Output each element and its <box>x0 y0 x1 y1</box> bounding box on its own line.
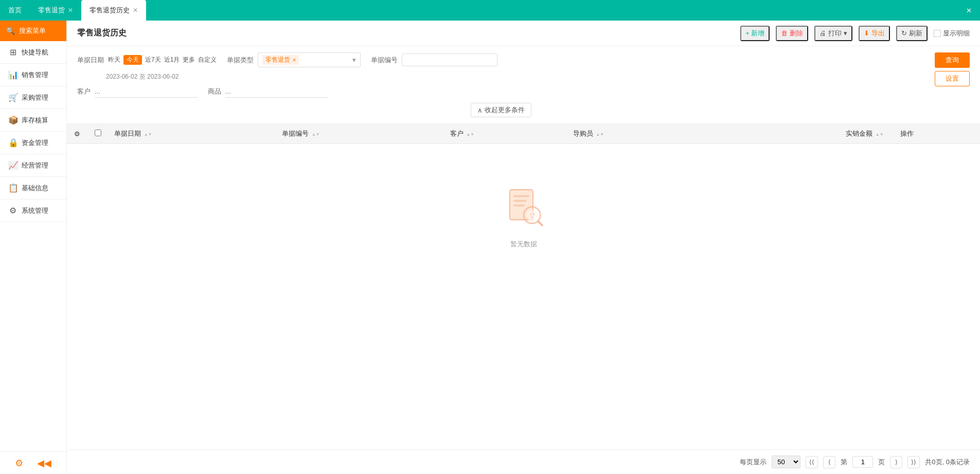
sidebar-item-sys-mgmt[interactable]: ⚙ 系统管理 <box>0 199 66 222</box>
page-next-button[interactable]: ⟩ <box>890 456 902 468</box>
quick-nav-icon: ⊞ <box>8 47 17 57</box>
sidebar-search-label: 搜索菜单 <box>19 26 46 35</box>
type-selector[interactable]: 零售退货 × ▾ <box>258 52 361 67</box>
search-icon: 🔍 <box>6 27 15 35</box>
collapse-icon: ∧ <box>477 106 483 114</box>
sidebar-item-inventory[interactable]: 📦 库存核算 <box>0 109 66 132</box>
collapse-button[interactable]: ∧ 收起更多条件 <box>471 103 531 117</box>
date-filter-yesterday[interactable]: 昨天 <box>108 56 120 64</box>
settings-icon[interactable]: ⚙ <box>15 458 23 469</box>
sidebar-item-sales-mgmt[interactable]: 📊 销售管理 <box>0 64 66 86</box>
goods-input[interactable] <box>225 85 328 98</box>
sidebar-item-inventory-label: 库存核算 <box>22 116 48 125</box>
select-all-checkbox[interactable] <box>95 130 101 136</box>
svg-rect-3 <box>513 205 525 207</box>
th-checkbox[interactable] <box>87 124 108 144</box>
page-size-select[interactable]: 20 50 100 <box>772 455 800 468</box>
th-date[interactable]: 单据日期 ▲▼ <box>108 124 276 144</box>
tab-home[interactable]: 首页 <box>0 0 30 21</box>
print-button[interactable]: 🖨 打印 ▾ <box>814 26 852 41</box>
svg-point-5 <box>526 210 538 221</box>
svg-line-6 <box>538 221 542 225</box>
sidebar-item-purchase-mgmt[interactable]: 🛒 采购管理 <box>0 86 66 109</box>
tab-retail-return-close[interactable]: ✕ <box>68 7 73 13</box>
th-amount-label: 实销金额 <box>846 130 872 137</box>
filter-date: 单据日期 昨天 今天 近7天 近1月 更多 自定义 <box>77 55 217 65</box>
operations-icon: 📈 <box>8 160 17 170</box>
show-detail-toggle[interactable]: 显示明细 <box>934 29 970 38</box>
settings-col-icon[interactable]: ⚙ <box>74 130 80 138</box>
tab-retail-return-history[interactable]: 零售退货历史 ✕ <box>81 0 146 21</box>
th-customer-label: 客户 <box>450 130 464 137</box>
date-filter-7days[interactable]: 近7天 <box>145 56 161 64</box>
top-bar: 首页 零售退货 ✕ 零售退货历史 ✕ ✕ <box>0 0 980 21</box>
filter-customer: 客户 <box>77 85 198 98</box>
date-label: 单据日期 <box>77 56 104 65</box>
empty-icon <box>501 185 547 231</box>
date-filter-more[interactable]: 更多 <box>183 56 195 64</box>
th-guide[interactable]: 导购员 ▲▼ <box>567 124 712 144</box>
date-filter-1month[interactable]: 近1月 <box>164 56 180 64</box>
sidebar-item-quick-nav[interactable]: ⊞ 快捷导航 <box>0 41 66 64</box>
page-label-prefix: 第 <box>841 458 847 467</box>
type-tag-close[interactable]: × <box>292 57 296 64</box>
page-number-input[interactable] <box>852 456 873 468</box>
export-icon: ⬇ <box>864 29 869 37</box>
tab-home-label: 首页 <box>8 6 22 15</box>
sidebar-bottom: ⚙ ◀◀ <box>0 451 66 474</box>
sidebar-item-operations[interactable]: 📈 经营管理 <box>0 154 66 177</box>
page-last-button[interactable]: ⟩⟩ <box>907 456 920 468</box>
total-label: 共0页, 0条记录 <box>925 458 970 467</box>
show-detail-checkbox[interactable] <box>934 30 941 37</box>
delete-button[interactable]: 🗑 删除 <box>776 26 808 41</box>
type-label: 单据类型 <box>227 56 254 65</box>
export-button[interactable]: ⬇ 导出 <box>859 26 890 41</box>
svg-point-7 <box>529 213 531 215</box>
th-voucher-no[interactable]: 单据编号 ▲▼ <box>276 124 443 144</box>
inventory-icon: 📦 <box>8 115 17 125</box>
th-customer[interactable]: 客户 ▲▼ <box>444 124 567 144</box>
top-bar-close[interactable]: ✕ <box>966 7 980 14</box>
print-label: 打印 <box>828 29 842 38</box>
page-title: 零售退货历史 <box>77 28 127 39</box>
date-filter-custom[interactable]: 自定义 <box>198 56 217 64</box>
sidebar-item-finance[interactable]: 🔒 资金管理 <box>0 132 66 154</box>
sidebar: 🔍 搜索菜单 ⊞ 快捷导航 📊 销售管理 🛒 采购管理 📦 库存核算 🔒 <box>0 21 67 474</box>
sidebar-item-finance-label: 资金管理 <box>22 138 48 148</box>
print-icon: 🖨 <box>819 29 826 37</box>
th-ops-label: 操作 <box>900 130 914 137</box>
collapse-label: 收起更多条件 <box>485 105 525 115</box>
customer-input[interactable] <box>95 85 198 98</box>
voucher-input[interactable] <box>402 53 497 66</box>
refresh-button[interactable]: ↻ 刷新 <box>896 26 928 41</box>
volume-icon[interactable]: ◀◀ <box>37 458 51 469</box>
page-header: 零售退货历史 + 新增 🗑 删除 🖨 打印 ▾ ⬇ 导出 ↻ 刷新 <box>67 21 980 46</box>
sidebar-item-quick-nav-label: 快捷导航 <box>22 48 48 57</box>
tab-retail-return[interactable]: 零售退货 ✕ <box>30 0 81 21</box>
th-customer-sort: ▲▼ <box>466 132 474 137</box>
page-first-button[interactable]: ⟨⟨ <box>806 456 818 468</box>
table-body: 暂无数据 <box>67 144 980 290</box>
table-header-row: ⚙ 单据日期 ▲▼ 单据编号 ▲▼ <box>67 124 980 144</box>
th-settings[interactable]: ⚙ <box>67 124 87 144</box>
sidebar-search[interactable]: 🔍 搜索菜单 <box>0 21 66 41</box>
page-prev-button[interactable]: ⟨ <box>823 456 835 468</box>
sidebar-item-base-info[interactable]: 📋 基础信息 <box>0 177 66 199</box>
sys-mgmt-icon: ⚙ <box>8 206 17 215</box>
tab-retail-return-history-close[interactable]: ✕ <box>133 7 138 13</box>
filter-row-1: 单据日期 昨天 今天 近7天 近1月 更多 自定义 单据类型 <box>77 52 924 67</box>
export-label: 导出 <box>871 29 885 38</box>
filter-voucher: 单据编号 <box>371 53 497 66</box>
empty-text: 暂无数据 <box>510 240 537 249</box>
tab-retail-return-history-label: 零售退货历史 <box>90 6 130 15</box>
type-tag: 零售退货 × <box>262 55 299 65</box>
finance-icon: 🔒 <box>8 138 17 148</box>
new-button[interactable]: + 新增 <box>740 26 770 41</box>
th-amount[interactable]: 实销金额 ▲▼ <box>712 124 894 144</box>
sidebar-nav: ⊞ 快捷导航 📊 销售管理 🛒 采购管理 📦 库存核算 🔒 资金管理 📈 <box>0 41 66 451</box>
date-filter-today[interactable]: 今天 <box>123 55 142 65</box>
query-button[interactable]: 查询 <box>935 52 970 68</box>
tab-retail-return-label: 零售退货 <box>38 6 65 15</box>
empty-cell: 暂无数据 <box>67 144 980 290</box>
setting-button[interactable]: 设置 <box>935 71 970 86</box>
